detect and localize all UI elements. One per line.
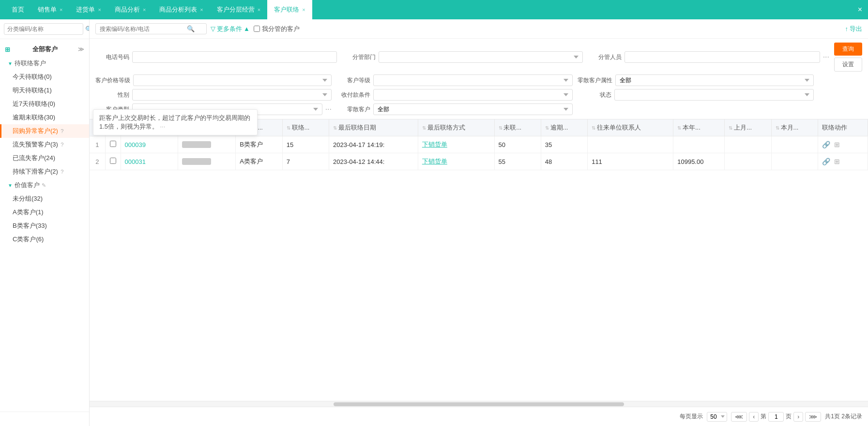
manager-input[interactable] [624,51,820,63]
retail-attr-select[interactable]: 全部 [615,74,814,86]
row-last-contact-method[interactable]: 下销货单 [418,153,494,170]
sidebar-b-class[interactable]: B类客户(33) [0,219,89,233]
per-page-select[interactable]: 50 [707,412,727,422]
horizontal-scrollbar[interactable] [90,401,868,407]
payment-select[interactable] [373,89,573,101]
col-contact-count-header[interactable]: 联络... [282,119,329,136]
gender-select[interactable] [132,89,332,101]
contact-method-link[interactable]: 下销货单 [422,141,447,148]
filter-dept: 分管部门 [342,51,583,63]
row-last-month [725,136,771,153]
sidebar-declining-customers[interactable]: 持续下滑客户(2) ? [0,165,89,178]
sidebar-today-pending[interactable]: 今天待联络(0) [0,70,89,84]
main-search-icon[interactable]: 🔍 [187,25,195,32]
table-row: 2 000031 A类客户 7 2023-04-12 14:44: 下销货单 5… [90,153,868,170]
row-checkbox[interactable] [110,158,116,164]
sidebar-c-class[interactable]: C类客户(6) [0,233,89,246]
search-wrap: 🔍 [95,23,207,34]
row-checkbox[interactable] [110,141,116,147]
row-customer-type: A类客户 [236,153,282,170]
price-grade-select[interactable] [133,74,332,86]
content-area: 🔍 ▽ 更多条件 ▲ 我分管的客户 ↑ 导出 电话号码 [90,19,868,426]
edit-icon[interactable]: ✎ [42,182,46,189]
phone-input[interactable] [132,51,337,63]
col-this-month-header[interactable]: 本月... [771,119,818,136]
row-code[interactable]: 000031 [121,153,178,170]
export-button[interactable]: ↑ 导出 [845,25,863,33]
row-action-grid-icon[interactable]: ⊞ [834,158,840,165]
nav-item-customer-tier[interactable]: 客户分层经营 × [210,0,267,19]
row-index: 2 [90,153,105,170]
sidebar-collapse-icon[interactable]: ≫ [78,46,84,53]
col-last-contact-date-header[interactable]: 最后联络日期 [329,119,418,136]
sidebar-tomorrow-pending[interactable]: 明天待联络(1) [0,84,89,97]
sidebar-loss-warning[interactable]: 流失预警客户(3) ? [0,138,89,151]
nav-item-analysis-list[interactable]: 商品分析列表 × [152,0,210,19]
prev-page-btn[interactable]: ‹ [749,412,759,422]
nav-item-analysis[interactable]: 商品分析 × [108,0,152,19]
customer-type-more[interactable]: ··· [325,105,332,114]
customer-grade-select[interactable] [373,74,573,86]
nav-close-purchase[interactable]: × [98,7,101,13]
filter-status: 状态 [578,89,814,101]
sidebar-lost-customers[interactable]: 已流失客户(24) [0,151,89,165]
scroll-thumb[interactable] [334,402,624,406]
manager-more-icon[interactable]: ··· [823,53,829,61]
row-customer-type: B类客户 [236,136,282,153]
contact-method-link[interactable]: 下销货单 [422,158,447,165]
last-page-btn[interactable]: ⋙ [805,412,821,422]
sidebar-all-customers[interactable]: ⊞ 全部客户 ≫ [0,42,89,57]
col-last-contact-method-header[interactable]: 最后联络方式 [418,119,494,136]
table-container[interactable]: ⚙ 客户编码 客户名称 客户... [90,119,868,401]
my-customers-checkbox[interactable] [254,26,260,32]
page-input[interactable] [768,412,784,422]
sidebar-value-customer-group[interactable]: ▼ 价值客户 ✎ [0,178,89,192]
sidebar-abnormal-repurchase[interactable]: 回购异常客户(2) ? [0,124,89,138]
retail-customer-select[interactable]: 全部 [373,103,573,115]
nav-close-all-button[interactable]: × [858,5,862,14]
category-search-icon[interactable]: 🔍 [85,26,90,33]
first-page-btn[interactable]: ⋘ [731,412,747,422]
nav-item-purchase[interactable]: 进货单 × [69,0,107,19]
sidebar-ungrouped[interactable]: 未分组(32) [0,192,89,206]
col-uncontacted-header[interactable]: 未联... [494,119,541,136]
nav-close-sales[interactable]: × [60,7,62,13]
col-this-year-header[interactable]: 本年... [673,119,725,136]
col-last-month-header[interactable]: 上月... [725,119,771,136]
settings-button[interactable]: 设置 [834,58,862,72]
filter-row-3: 性别 收付款条件 状态 [95,89,862,101]
col-overdue-header[interactable]: 逾期... [541,119,587,136]
nav-close-customer-contact[interactable]: × [302,7,305,13]
tooltip-more[interactable]: ··· [160,123,165,130]
blurred-name [182,141,211,148]
query-button[interactable]: 查询 [834,43,862,56]
dept-select[interactable] [379,51,583,63]
row-action-grid-icon[interactable]: ⊞ [834,141,840,148]
row-last-month [725,153,771,170]
nav-close-customer-tier[interactable]: × [258,7,260,13]
question-icon: ? [61,128,63,134]
row-last-contact-method[interactable]: 下销货单 [418,136,494,153]
sidebar-7day-pending[interactable]: 近7天待联络(0) [0,97,89,111]
sidebar-overdue-pending[interactable]: 逾期未联络(30) [0,111,89,124]
next-page-btn[interactable]: › [793,412,803,422]
col-contact-person-header[interactable]: 往来单位联系人 [588,119,673,136]
status-select[interactable] [614,89,814,101]
filter-payment: 收付款条件 [336,89,573,101]
more-conditions-btn[interactable]: ▽ 更多条件 ▲ [211,25,250,33]
main-search-input[interactable] [100,26,187,32]
row-name [178,136,236,153]
nav-item-customer-contact[interactable]: 客户联络 × [267,0,312,19]
row-code[interactable]: 000039 [121,136,178,153]
arrow-down-icon: ▼ [8,61,13,66]
row-action-link-icon[interactable]: 🔗 [822,158,830,165]
nav-close-analysis-list[interactable]: × [200,7,203,13]
row-action-link-icon[interactable]: 🔗 [822,141,830,148]
nav-close-analysis[interactable]: × [143,7,146,13]
category-search-input[interactable] [4,23,83,35]
filter-icon: ▽ [211,25,215,32]
nav-item-home[interactable]: 首页 [5,0,31,19]
sidebar-pending-contact-group[interactable]: ▼ 待联络客户 [0,57,89,70]
nav-item-sales[interactable]: 销售单 × [31,0,69,19]
sidebar-a-class[interactable]: A类客户(1) [0,206,89,219]
